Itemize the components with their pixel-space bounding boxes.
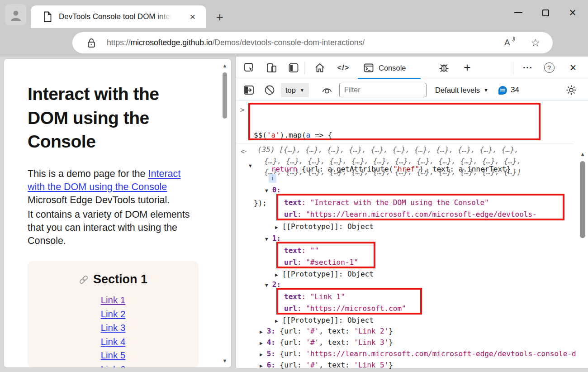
expander-closed-icon[interactable]: ▶	[260, 363, 263, 369]
array-index: 0:	[272, 186, 281, 194]
tree-item-3[interactable]: ▶3: {url: '#', text: 'Link 2'}	[260, 327, 393, 335]
url-path: /Demos/devtools-console-dom-interactions…	[212, 38, 365, 47]
section-link[interactable]: Link 1	[28, 295, 199, 305]
scroll-up-arrow[interactable]: ▲	[223, 63, 228, 68]
minimize-button[interactable]	[514, 12, 522, 13]
section-link[interactable]: Link 6	[28, 364, 199, 368]
webpage-pane: Interact with the DOM using the Console …	[4, 58, 232, 368]
debugger-bug-button[interactable]	[436, 60, 451, 76]
read-aloud-letter: A	[504, 38, 510, 47]
property-key: text	[284, 198, 302, 207]
console-messages-area: > $$('a').map(a => { return {url: a.getA…	[236, 100, 588, 368]
devtools-close-button[interactable]: ×	[565, 60, 581, 76]
property-key: text	[284, 246, 302, 255]
scroll-up-arrow[interactable]: ▲	[581, 151, 584, 157]
expander-closed-icon[interactable]: ▶	[260, 329, 263, 335]
live-expression-eye-button[interactable]	[320, 83, 334, 97]
code-token: 'Link 5'	[354, 361, 389, 369]
expander-closed-icon[interactable]: ▶	[260, 352, 263, 358]
tree-item-4[interactable]: ▶4: {url: '#', text: 'Link 3'}	[260, 338, 393, 347]
code-token: '#'	[306, 338, 319, 347]
console-tab[interactable]: Console	[357, 57, 422, 79]
browser-tab[interactable]: DevTools Console tool DOM inter ×	[31, 5, 206, 28]
chevron-down-icon: ▼	[484, 87, 488, 93]
window-controls: ×	[514, 0, 584, 25]
expander-closed-icon[interactable]: ▶	[275, 272, 278, 278]
code-token: }	[389, 361, 393, 369]
property-value: : "https://microsoft.com"	[297, 304, 406, 313]
code-token: 'https://learn.microsoft.com/microsoft-e…	[306, 349, 576, 358]
more-tools-add-button[interactable]: +	[460, 60, 475, 76]
scroll-down-arrow[interactable]: ▼	[223, 358, 228, 363]
tree-item-0[interactable]: ▼0:	[265, 186, 281, 194]
inspect-tool-button[interactable]	[242, 60, 257, 76]
console-settings-gear[interactable]	[564, 83, 579, 97]
scroll-thumb[interactable]	[223, 72, 227, 119]
page-paragraph-1: This is a demo page for the Interact wit…	[28, 167, 196, 207]
annotated-properties-0: text: "Interact with the DOM using the C…	[276, 194, 564, 220]
expander-open-icon[interactable]: ▼	[265, 188, 268, 194]
expander-open-icon[interactable]: ▼	[265, 236, 268, 242]
clear-console-button[interactable]	[262, 83, 277, 97]
prototype-row[interactable]: ▶[[Prototype]]: Object	[275, 222, 374, 231]
read-aloud-button[interactable]: A))	[504, 38, 514, 48]
expander-closed-icon[interactable]: ▶	[275, 318, 278, 324]
lock-icon[interactable]	[87, 38, 96, 48]
expander-closed-icon[interactable]: ▶	[260, 340, 263, 346]
section-link[interactable]: Link 2	[28, 309, 199, 320]
console-sidebar-button[interactable]	[242, 83, 256, 97]
object-preview: {url: '#', text: 'Link 5'}	[275, 361, 393, 369]
window-close-button[interactable]: ×	[569, 7, 576, 19]
issues-counter[interactable]: 34	[498, 80, 519, 100]
chevron-down-icon: ▼	[300, 88, 304, 93]
prototype-row[interactable]: ▶[[Prototype]]: Object	[275, 270, 374, 278]
code-token: {url:	[275, 338, 306, 347]
tab-close-button[interactable]: ×	[186, 10, 199, 23]
toolbar-separator	[304, 62, 304, 74]
devtools-menu-button[interactable]: ···	[520, 60, 536, 76]
expander-closed-icon[interactable]: ▶	[275, 224, 278, 230]
context-selector[interactable]: top ▼	[281, 83, 309, 97]
activity-bar-layout-button[interactable]	[286, 60, 301, 76]
prototype-text: [[Prototype]]: Object	[282, 270, 374, 278]
filter-input[interactable]	[339, 83, 427, 97]
welcome-tab-button[interactable]	[312, 60, 327, 76]
url-scheme: https://	[107, 38, 131, 47]
prototype-text: [[Prototype]]: Object	[282, 222, 374, 231]
console-scrollbar[interactable]: ▲ ▼	[577, 148, 588, 372]
active-tab-underline	[358, 78, 421, 79]
context-selector-value: top	[285, 86, 296, 95]
section-link[interactable]: Link 4	[28, 336, 199, 347]
section-1-card: Section 1 Link 1Link 2Link 3Link 4Link 5…	[28, 261, 199, 368]
array-index: 4:	[267, 338, 275, 347]
device-emulation-button[interactable]	[264, 60, 279, 76]
maximize-button[interactable]	[542, 10, 549, 16]
devtools-main-toolbar: </> Console + ··· ? ×	[236, 57, 588, 79]
favorite-star-button[interactable]: ☆	[531, 37, 540, 49]
array-index: 3:	[267, 327, 275, 335]
code-token: }	[389, 338, 393, 347]
property-value: : ""	[302, 246, 319, 255]
tree-item-5[interactable]: ▶5: {url: 'https://learn.microsoft.com/m…	[260, 349, 576, 358]
prototype-row[interactable]: ▶[[Prototype]]: Object	[275, 316, 374, 324]
section-link[interactable]: Link 5	[28, 350, 199, 361]
link-chain-icon	[79, 275, 89, 285]
profile-avatar[interactable]	[5, 4, 26, 25]
log-levels-dropdown[interactable]: Default levels ▼	[435, 80, 488, 100]
sources-tab-button[interactable]: </>	[336, 60, 351, 76]
page-scrollbar[interactable]: ▲ ▼	[219, 60, 230, 367]
url-host: microsoftedge.github.io	[131, 38, 213, 47]
console-icon	[363, 62, 374, 73]
url-bar[interactable]: https://microsoftedge.github.io/Demos/de…	[72, 32, 553, 53]
object-tree: ▼0: text: "Interact with the DOM using t…	[236, 100, 580, 368]
section-link[interactable]: Link 3	[28, 322, 199, 333]
new-tab-button[interactable]: +	[213, 10, 227, 24]
tree-item-6[interactable]: ▶6: {url: '#', text: 'Link 5'}	[260, 361, 393, 369]
help-button[interactable]: ?	[541, 60, 557, 76]
code-token: 'Link 2'	[354, 327, 389, 335]
expander-open-icon[interactable]: ▼	[265, 282, 268, 288]
paragraph-text: This is a demo page for the	[28, 168, 148, 179]
array-index: 5:	[267, 349, 275, 358]
scroll-thumb[interactable]	[580, 161, 585, 238]
tab-title-fade	[156, 11, 178, 24]
